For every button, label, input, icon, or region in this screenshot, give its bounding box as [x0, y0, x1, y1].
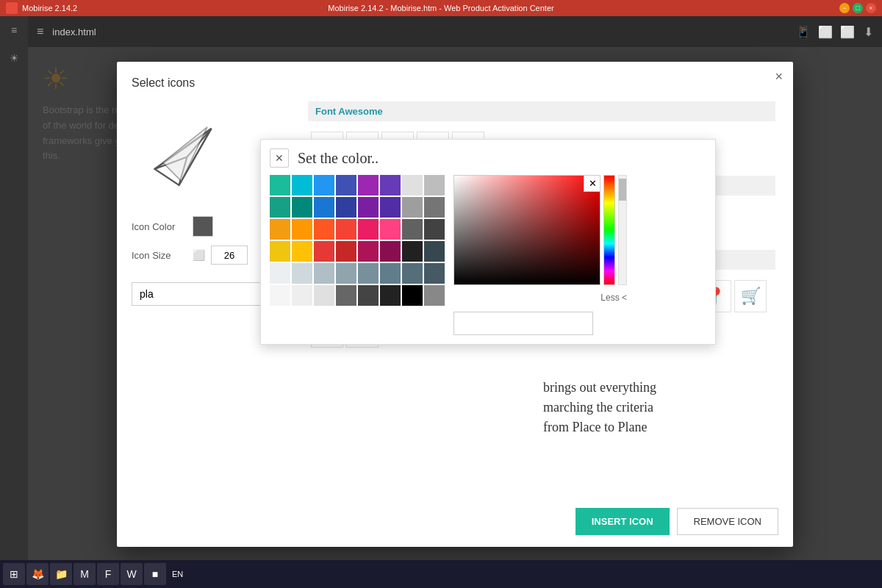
swatch-red[interactable] — [336, 219, 356, 240]
swatch-cyan[interactable] — [292, 175, 312, 196]
swatch-grey[interactable] — [424, 175, 445, 196]
device-icons: 📱 ⬜ ⬜ — [796, 25, 855, 39]
swatch-grey-5[interactable] — [402, 219, 423, 240]
menu-icon[interactable]: ≡ — [37, 25, 43, 38]
swatch-bg-4[interactable] — [336, 263, 356, 284]
sidebar-icon-1[interactable]: ≡ — [0, 16, 28, 44]
swatch-red-2[interactable] — [314, 241, 334, 262]
swatch-deep-purple[interactable] — [380, 175, 401, 196]
paper-plane-icon — [143, 112, 223, 193]
swatch-black[interactable] — [402, 241, 423, 262]
remove-icon-button[interactable]: REMOVE ICON — [677, 508, 778, 535]
left-sidebar: ≡ ☀ — [0, 16, 28, 588]
tablet-icon[interactable]: ⬜ — [818, 25, 833, 39]
gradient-close-button[interactable]: ✕ — [584, 175, 600, 192]
taskbar-language: EN — [168, 570, 187, 578]
window-controls: − □ × — [839, 3, 876, 13]
picker-scrollbar[interactable] — [618, 175, 627, 285]
mobile-icon[interactable]: 📱 — [796, 25, 811, 39]
search-input[interactable] — [132, 282, 279, 306]
swatch-pink-darker[interactable] — [380, 241, 401, 262]
color-picker-body: ✕ Less < — [270, 175, 706, 335]
swatch-bg-2[interactable] — [292, 263, 312, 284]
title-bar: Mobirise 2.14.2 Mobirise 2.14.2 - Mobiri… — [0, 0, 882, 16]
select-icons-dialog: × Select icons — [117, 62, 793, 547]
swatch-grey-light[interactable] — [402, 175, 423, 196]
swatch-purple-dark[interactable] — [358, 197, 379, 218]
swatch-amber-2[interactable] — [292, 241, 312, 262]
taskbar-word[interactable]: W — [121, 563, 143, 585]
swatch-bg-7[interactable] — [402, 263, 423, 284]
start-button[interactable]: ⊞ — [3, 563, 25, 585]
swatch-green-sea[interactable] — [270, 197, 290, 218]
taskbar-explorer[interactable]: 📁 — [50, 563, 72, 585]
swatch-red-dark[interactable] — [336, 241, 356, 262]
swatch-indigo-dark[interactable] — [336, 197, 356, 218]
swatch-orange[interactable] — [270, 219, 290, 240]
maximize-button[interactable]: □ — [853, 3, 863, 13]
color-swatch-button[interactable] — [193, 216, 213, 237]
taskbar-firefox[interactable]: 🦊 — [26, 563, 49, 585]
swatch-purple[interactable] — [358, 175, 379, 196]
desktop-icon[interactable]: ⬜ — [840, 25, 855, 39]
window-title: Mobirise 2.14.2 - Mobirise.htm - Web Pro… — [328, 4, 553, 12]
color-label: Icon Color — [132, 221, 187, 232]
swatch-deep-purple-dark[interactable] — [380, 197, 401, 218]
gradient-box[interactable]: ✕ — [453, 175, 600, 285]
icon-preview — [132, 101, 234, 204]
swatch-bg-5[interactable] — [358, 263, 379, 284]
swatch-blue[interactable] — [314, 175, 334, 196]
app-icon — [6, 2, 18, 14]
swatch-pink[interactable] — [358, 219, 379, 240]
less-link[interactable]: Less < — [453, 293, 627, 303]
download-icon[interactable]: ⬇ — [864, 25, 873, 39]
hue-slider[interactable] — [603, 175, 615, 285]
color-picker-header: ✕ Set the color.. — [270, 148, 706, 168]
swatch-white-3[interactable] — [314, 285, 334, 306]
swatch-pink-dark[interactable] — [358, 241, 379, 262]
swatch-grey-dark[interactable] — [402, 197, 423, 218]
swatch-teal-dark[interactable] — [292, 197, 312, 218]
minimize-button[interactable]: − — [839, 3, 850, 13]
swatch-white-1[interactable] — [270, 285, 290, 306]
app-chrome: ≡ ☀ ≡ index.html 📱 ⬜ ⬜ ⬇ ☀ Bootstrap is … — [0, 16, 882, 588]
swatch-yellow[interactable] — [270, 241, 290, 262]
swatch-grey-darker[interactable] — [424, 197, 445, 218]
swatch-medium[interactable] — [424, 285, 445, 306]
app-header: ≡ index.html 📱 ⬜ ⬜ ⬇ — [28, 16, 882, 47]
swatch-amber[interactable] — [292, 219, 312, 240]
swatch-pink-accent[interactable] — [380, 219, 401, 240]
window-close-button[interactable]: × — [866, 3, 876, 13]
swatch-deep-orange[interactable] — [314, 219, 334, 240]
modal-overlay: × Select icons — [28, 47, 882, 588]
hex-input[interactable] — [453, 312, 593, 335]
color-swatches-grid — [270, 175, 445, 335]
current-file: index.html — [52, 26, 96, 37]
taskbar-filezilla[interactable]: F — [97, 563, 119, 585]
mdb-icon-add-shopping-cart[interactable]: 🛒 — [734, 280, 767, 312]
insert-icon-button[interactable]: INSERT ICON — [576, 508, 670, 535]
swatch-bg-8[interactable] — [424, 263, 445, 284]
swatch-dark-2[interactable] — [358, 285, 379, 306]
taskbar-photoshop[interactable]: ■ — [144, 563, 166, 585]
swatch-indigo[interactable] — [336, 175, 356, 196]
swatch-white-2[interactable] — [292, 285, 312, 306]
main-content: ☀ Bootstrap is the most popular HTML, CS… — [28, 47, 882, 588]
color-picker-close-button[interactable]: ✕ — [270, 148, 289, 168]
swatch-bg-1[interactable] — [270, 263, 290, 284]
swatch-blue-grey[interactable] — [424, 241, 445, 262]
swatch-dark-3[interactable] — [380, 285, 401, 306]
swatch-pure-black[interactable] — [402, 285, 423, 306]
size-input[interactable] — [211, 245, 248, 265]
swatch-blue-dark[interactable] — [314, 197, 334, 218]
swatch-bg-3[interactable] — [314, 263, 334, 284]
swatch-teal[interactable] — [270, 175, 290, 196]
size-icon: ⬜ — [193, 249, 205, 261]
sidebar-icon-2[interactable]: ☀ — [0, 44, 28, 72]
gradient-area: ✕ — [453, 175, 627, 285]
swatch-grey-6[interactable] — [424, 219, 445, 240]
taskbar-mobirise[interactable]: M — [74, 563, 96, 585]
swatch-bg-6[interactable] — [380, 263, 401, 284]
swatch-dark-1[interactable] — [336, 285, 356, 306]
dialog-close-button[interactable]: × — [775, 69, 783, 85]
